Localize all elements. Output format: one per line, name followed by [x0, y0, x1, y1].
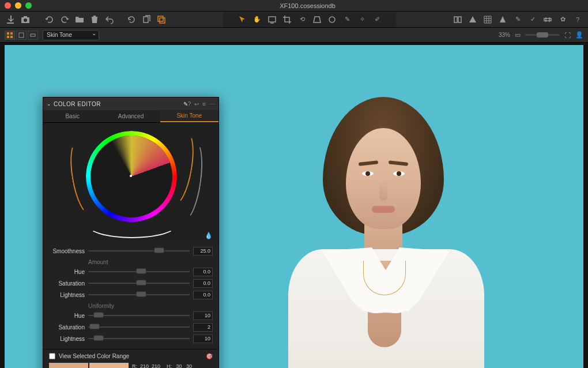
svg-rect-10	[544, 18, 551, 21]
svg-rect-1	[24, 16, 27, 18]
amount-light-slider[interactable]	[88, 294, 190, 295]
folder-open-icon[interactable]	[74, 14, 85, 25]
svg-point-2	[24, 18, 27, 22]
window-zoom[interactable]	[25, 2, 32, 9]
color-swatch-1[interactable]	[49, 363, 88, 368]
tab-skin-tone[interactable]: Skin Tone	[160, 110, 218, 122]
svg-rect-14	[10, 36, 13, 38]
rotate-right-icon[interactable]	[59, 14, 70, 25]
svg-rect-5	[160, 18, 165, 23]
panel-reset-icon[interactable]: ↩	[194, 101, 199, 107]
straighten-icon[interactable]: ⟲	[296, 14, 308, 25]
arc-lightness[interactable]	[86, 209, 178, 238]
amount-light-label: Lightness	[49, 292, 85, 298]
zoom-percentage: 33%	[499, 32, 510, 38]
copy-adjustments-icon[interactable]	[141, 14, 152, 25]
user-icon[interactable]: 👤	[575, 31, 583, 39]
window-title: XF100.cosessiondb	[32, 2, 583, 9]
panel-presets-icon[interactable]: ≡	[202, 101, 206, 107]
amount-light-value[interactable]: 0.0	[193, 291, 213, 299]
pin-icon[interactable]: ✎	[183, 101, 188, 107]
presets-icon[interactable]	[542, 14, 553, 25]
smoothness-value[interactable]: 25.0	[193, 247, 213, 256]
zoom-fit-icon[interactable]: ⛶	[564, 32, 571, 39]
titlebar: XF100.cosessiondb	[0, 0, 588, 12]
loupe-icon[interactable]: ✓	[527, 14, 538, 25]
output-icon[interactable]	[266, 14, 278, 25]
eyedropper-icon[interactable]: 💧	[205, 232, 213, 239]
uni-sat-slider[interactable]	[88, 326, 190, 328]
uni-sat-value[interactable]: 2	[193, 323, 213, 332]
keystone-icon[interactable]	[311, 14, 323, 25]
zoom-slider[interactable]	[525, 34, 560, 36]
cursor-tool-icon[interactable]	[236, 14, 248, 25]
uniformity-section-label: Uniformity	[88, 303, 213, 309]
view-mode-grid[interactable]	[5, 31, 15, 40]
amount-sat-value[interactable]: 0.0	[193, 279, 213, 288]
view-mode-film[interactable]	[28, 31, 38, 40]
trash-icon[interactable]	[89, 14, 100, 25]
undo-icon[interactable]	[104, 14, 115, 25]
uni-light-slider[interactable]	[88, 338, 190, 339]
rotate-left-icon[interactable]	[44, 14, 55, 25]
spot-tool-icon[interactable]	[326, 14, 338, 25]
sub-toolbar: Skin Tone 33% ▭ ⛶ 👤	[0, 28, 588, 43]
uni-hue-label: Hue	[49, 313, 85, 319]
rgb-hsv-readout: R: 210 210 H: 30 30 G: 173 173 S: 91 91 …	[132, 363, 194, 368]
smoothness-slider[interactable]	[88, 250, 190, 251]
window-close[interactable]	[5, 2, 11, 9]
view-mode-single[interactable]	[16, 31, 27, 40]
amount-hue-value[interactable]: 0.0	[193, 268, 213, 276]
heal-tool-icon[interactable]: ✎	[341, 14, 353, 25]
amount-hue-label: Hue	[49, 269, 85, 275]
picker-icon[interactable]: ✎	[512, 14, 523, 25]
uni-light-value[interactable]: 10	[193, 335, 213, 343]
view-selected-range-checkbox[interactable]	[49, 353, 55, 359]
panel-menu-icon[interactable]: ⋯	[209, 101, 215, 107]
uni-hue-value[interactable]: 10	[193, 311, 213, 320]
viewer-image	[254, 88, 496, 368]
collapse-icon[interactable]: ⌄	[47, 101, 51, 107]
reset-icon[interactable]	[126, 14, 137, 25]
tab-advanced[interactable]: Advanced	[101, 110, 160, 122]
grid-icon[interactable]	[482, 14, 493, 25]
annotation-icon[interactable]	[497, 14, 508, 25]
crop-tool-icon[interactable]	[281, 14, 293, 25]
color-wheel-area[interactable]: 💧	[43, 123, 218, 243]
hand-tool-icon[interactable]: ✋	[251, 14, 263, 25]
window-minimize[interactable]	[15, 2, 21, 9]
mask-tool-icon[interactable]: ✧	[356, 14, 368, 25]
help-icon[interactable]: ?	[572, 14, 583, 25]
svg-rect-4	[158, 16, 163, 21]
brush-tool-icon[interactable]: ✐	[371, 14, 383, 25]
zoom-out-icon[interactable]: ▭	[515, 31, 521, 39]
svg-rect-11	[7, 32, 9, 35]
svg-rect-3	[144, 17, 148, 22]
tool-select[interactable]: Skin Tone	[43, 30, 99, 40]
view-switch-icon[interactable]	[452, 14, 463, 25]
uni-hue-slider[interactable]	[88, 315, 190, 316]
svg-rect-13	[7, 36, 9, 38]
settings-icon[interactable]: ✿	[557, 14, 568, 25]
svg-rect-6	[269, 17, 276, 22]
svg-rect-9	[458, 17, 461, 22]
svg-rect-15	[19, 33, 24, 37]
viewer-area[interactable]: ⌄ COLOR EDITOR ✎ ? ↩ ≡ ⋯ Basic Advanced …	[0, 43, 588, 368]
main-toolbar: ✋ ⟲ ✎ ✧ ✐ ✎ ✓ ✿ ?	[0, 12, 588, 28]
view-selected-range-row[interactable]: View Selected Color Range 🎯	[49, 353, 213, 359]
amount-section-label: Amount	[88, 259, 213, 265]
camera-icon[interactable]	[20, 14, 31, 25]
view-selected-range-label: View Selected Color Range	[59, 353, 129, 359]
layers-icon[interactable]	[156, 14, 167, 25]
panel-title: COLOR EDITOR	[54, 101, 181, 107]
color-swatch-2[interactable]	[89, 363, 129, 368]
uni-sat-label: Saturation	[49, 324, 85, 331]
exposure-warning-icon[interactable]	[467, 14, 478, 25]
import-icon[interactable]	[5, 14, 16, 25]
amount-hue-slider[interactable]	[88, 271, 190, 272]
panel-help-icon[interactable]: ?	[188, 101, 191, 107]
range-eyedropper-icon[interactable]: 🎯	[206, 353, 213, 359]
amount-sat-slider[interactable]	[88, 283, 190, 284]
panel-header[interactable]: ⌄ COLOR EDITOR ✎ ? ↩ ≡ ⋯	[43, 97, 218, 110]
tab-basic[interactable]: Basic	[43, 110, 101, 122]
